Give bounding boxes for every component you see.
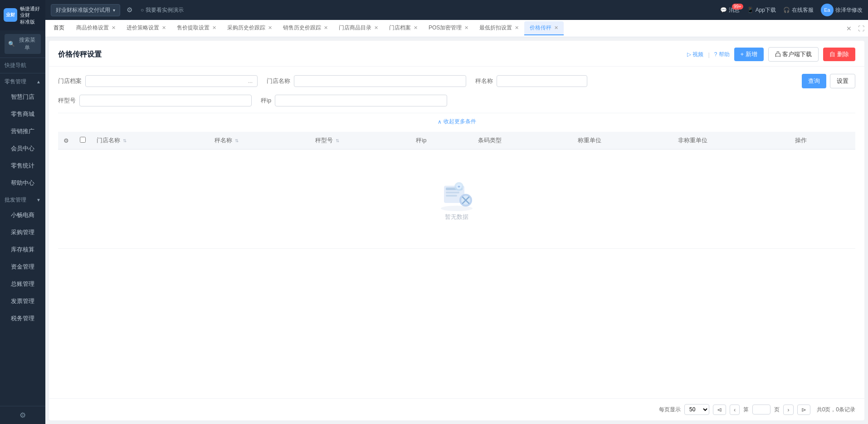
tab-sale-price-close[interactable]: ✕ <box>212 25 216 30</box>
sidebar-item-purchase[interactable]: 采购管理 <box>0 224 45 241</box>
add-button[interactable]: + 新增 <box>734 48 764 61</box>
tab-price-scale-close[interactable]: ✕ <box>554 25 558 30</box>
scale-ip-input[interactable] <box>275 95 447 106</box>
sidebar: 业财 畅捷通好业财 标准版 🔍 搜索菜单 快捷导航 零售管理 ▲ 智慧门店 零售… <box>0 0 45 424</box>
tab-purchase-strategy-close[interactable]: ✕ <box>162 25 166 30</box>
query-button[interactable]: 查询 <box>802 74 826 88</box>
version-selector[interactable]: 好业财标准版交付试用 ▾ <box>51 4 120 16</box>
logo-icon: 业财 <box>4 8 17 22</box>
sidebar-label-member: 会员中心 <box>11 145 34 153</box>
tab-pos-encrypt[interactable]: POS加密管理 ✕ <box>423 21 474 35</box>
sidebar-item-retail-stats[interactable]: 零售统计 <box>0 157 45 174</box>
tab-min-discount-close[interactable]: ✕ <box>515 25 519 30</box>
search-menu-button[interactable]: 🔍 搜索菜单 <box>5 34 41 54</box>
sidebar-item-finance[interactable]: 资金管理 <box>0 258 45 275</box>
scale-model-input[interactable] <box>79 95 252 106</box>
store-name-input[interactable] <box>294 75 466 87</box>
header-divider: | <box>708 51 709 58</box>
prev-page-button[interactable]: ‹ <box>730 405 740 415</box>
demo-link[interactable]: ○ 我要看实例演示 <box>141 6 184 14</box>
sidebar-bottom[interactable]: ⚙ <box>0 406 45 424</box>
tab-store-archive-close[interactable]: ✕ <box>414 25 418 30</box>
online-service-btn[interactable]: 🎧 在线客服 <box>783 6 814 14</box>
sidebar-item-accounting[interactable]: 总账管理 <box>0 275 45 293</box>
tab-price-scale[interactable]: 价格传秤 ✕ <box>524 21 564 35</box>
sidebar-label-accounting: 总账管理 <box>11 280 34 288</box>
logo-line1: 畅捷通好业财 <box>20 5 42 19</box>
per-page-select[interactable]: 10 20 50 100 <box>684 404 709 415</box>
video-link[interactable]: ▷ 视频 <box>687 51 703 58</box>
sidebar-search-container[interactable]: 🔍 搜索菜单 <box>0 30 45 58</box>
first-page-button[interactable]: ⊲ <box>713 405 726 415</box>
scale-name-input[interactable] <box>497 75 587 87</box>
th-settings[interactable]: ⚙ <box>58 132 74 149</box>
sidebar-item-marketing[interactable]: 营销推广 <box>0 123 45 140</box>
tab-product-price-close[interactable]: ✕ <box>112 25 116 30</box>
settings-button[interactable]: 设置 <box>830 74 855 88</box>
store-archive-input[interactable]: ... <box>85 75 258 87</box>
quick-nav-item[interactable]: 快捷导航 <box>0 58 45 73</box>
tab-store-products[interactable]: 门店商品目录 ✕ <box>333 21 384 35</box>
version-dropdown-icon: ▾ <box>113 8 115 13</box>
tab-purchase-history[interactable]: 采购历史价跟踪 ✕ <box>222 21 278 35</box>
scale-ip-label: 秤ip <box>261 96 271 105</box>
th-store-name[interactable]: 门店名称 ⇅ <box>91 132 209 149</box>
sidebar-item-member-center[interactable]: 会员中心 <box>0 140 45 157</box>
sidebar-item-smart-store[interactable]: 智慧门店 <box>0 88 45 106</box>
tab-sale-history-close[interactable]: ✕ <box>324 25 328 30</box>
page-input[interactable]: 1 <box>752 405 770 414</box>
sidebar-item-retail-mall[interactable]: 零售商城 <box>0 106 45 123</box>
tab-store-archive[interactable]: 门店档案 ✕ <box>384 21 423 35</box>
scale-model-label: 秤型号 <box>58 96 76 105</box>
sidebar-item-tax[interactable]: 税务管理 <box>0 310 45 327</box>
download-button[interactable]: 凸 客户端下载 <box>768 47 819 62</box>
maximize-tab-button[interactable]: ⛶ <box>856 23 866 34</box>
th-scale-name-label: 秤名称 <box>215 137 232 144</box>
svg-point-0 <box>441 206 473 211</box>
retail-section-header[interactable]: 零售管理 ▲ <box>0 73 45 88</box>
app-download-btn[interactable]: 📱 App下载 <box>747 6 776 14</box>
settings-icon[interactable]: ⚙ <box>20 411 26 419</box>
tab-home[interactable]: 首页 <box>47 21 71 35</box>
page-text: 算 <box>743 406 749 414</box>
th-checkbox[interactable] <box>74 132 91 149</box>
tab-purchase-history-label: 采购历史价跟踪 <box>227 24 265 32</box>
tab-sale-price[interactable]: 售价提取设置 ✕ <box>171 21 222 35</box>
wholesale-section-header[interactable]: 批发管理 ▼ <box>0 192 45 207</box>
delete-button[interactable]: 自 删除 <box>823 48 855 61</box>
message-btn[interactable]: 💬 消息 99+ <box>720 6 740 14</box>
help-link[interactable]: ? 帮助 <box>714 51 730 58</box>
filter-store-name: 门店名称 <box>267 75 466 87</box>
select-all-checkbox[interactable] <box>80 137 86 143</box>
tab-pos-encrypt-close[interactable]: ✕ <box>464 25 468 30</box>
tab-sale-history[interactable]: 销售历史价跟踪 ✕ <box>278 21 333 35</box>
pagination-summary: 共0页，0条记录 <box>817 406 855 414</box>
user-menu[interactable]: Ea 徐泽华修改 <box>821 4 863 16</box>
sort-scale-model-icon: ⇅ <box>336 138 339 143</box>
th-scale-model[interactable]: 秤型号 ⇅ <box>310 132 410 149</box>
tab-min-discount[interactable]: 最低折扣设置 ✕ <box>474 21 524 35</box>
sidebar-item-inventory[interactable]: 库存核算 <box>0 241 45 258</box>
close-tab-button[interactable]: ✕ <box>844 23 853 34</box>
tab-purchase-history-close[interactable]: ✕ <box>268 25 272 30</box>
filter-scale-ip: 秤ip <box>261 95 447 106</box>
tabbar-actions: ✕ ⛶ <box>844 23 866 34</box>
th-scale-name[interactable]: 秤名称 ⇅ <box>209 132 310 149</box>
last-page-button[interactable]: ⊳ <box>797 405 810 415</box>
tab-product-price[interactable]: 商品价格设置 ✕ <box>71 21 121 35</box>
tab-purchase-strategy[interactable]: 进价策略设置 ✕ <box>121 21 171 35</box>
tab-store-products-close[interactable]: ✕ <box>374 25 378 30</box>
th-store-name-label: 门店名称 <box>97 137 120 144</box>
collapse-filter-button[interactable]: ∧ 收起更多条件 <box>438 116 476 127</box>
next-page-button[interactable]: › <box>783 405 793 415</box>
sidebar-item-invoice[interactable]: 发票管理 <box>0 293 45 310</box>
per-page-label: 每页显示 <box>659 406 681 414</box>
table-settings-icon[interactable]: ⚙ <box>63 137 69 144</box>
sidebar-item-ecommerce[interactable]: 小畅电商 <box>0 207 45 224</box>
empty-state: 暂无数据 <box>58 149 855 248</box>
sidebar-item-help-center[interactable]: 帮助中心 <box>0 174 45 192</box>
topbar-settings-icon[interactable]: ⚙ <box>127 6 132 14</box>
page-title: 价格传秤设置 <box>58 50 102 59</box>
sort-scale-name-icon: ⇅ <box>235 138 239 143</box>
avatar: Ea <box>821 4 834 16</box>
